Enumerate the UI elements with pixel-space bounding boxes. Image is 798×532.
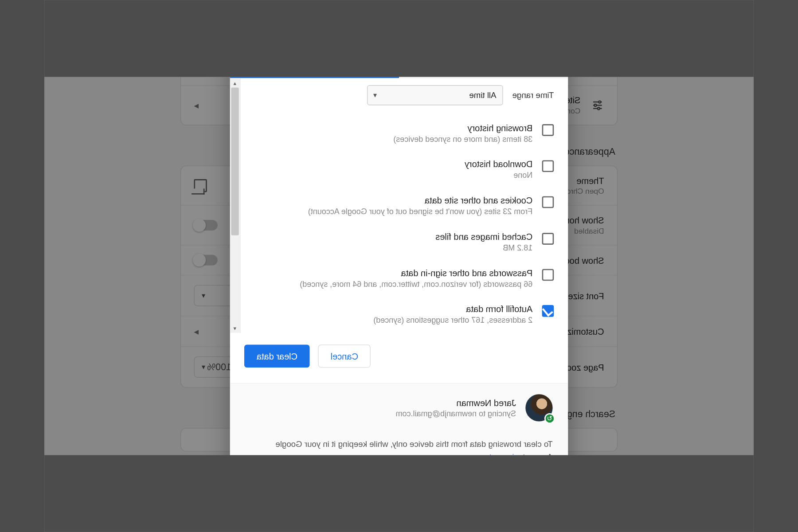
option-title: Download history (465, 159, 532, 169)
checkbox[interactable] (542, 233, 554, 245)
checkbox[interactable] (542, 305, 554, 317)
dialog-scrollbar[interactable]: ▴ ▾ (230, 78, 241, 333)
time-range-value: All time (469, 90, 496, 100)
checkbox[interactable] (542, 269, 554, 281)
time-range-select[interactable]: All time ▾ (367, 85, 503, 105)
option-sub: 66 passwords (for verizon.com, twitter.c… (300, 279, 532, 289)
option-title: Cached images and files (435, 231, 532, 242)
account-row: Jared Newman Syncing to newmanjb@gmail.c… (230, 383, 568, 432)
scroll-down-arrow-icon[interactable]: ▾ (230, 324, 240, 333)
checkbox[interactable] (542, 124, 554, 136)
avatar (525, 395, 552, 422)
time-range-label: Time range (512, 90, 554, 100)
option-title: Passwords and other sign-in data (300, 268, 532, 278)
letterbox (44, 455, 754, 532)
letterbox (44, 0, 754, 77)
sync-badge-icon (544, 413, 555, 424)
checkbox[interactable] (542, 160, 554, 172)
account-name: Jared Newman (396, 398, 516, 408)
option-sub: From 23 sites (you won't be signed out o… (308, 207, 533, 217)
scroll-up-arrow-icon[interactable]: ▴ (230, 78, 240, 87)
chevron-down-icon: ▾ (373, 91, 377, 99)
option-sub: 38 items (and more on synced devices) (393, 134, 532, 145)
time-range-row: Time range All time ▾ (255, 78, 554, 116)
option-title: Browsing history (393, 123, 532, 133)
option-download-history[interactable]: Download history None (255, 152, 554, 188)
dialog-actions: Cancel Clear data (230, 333, 568, 383)
checkbox[interactable] (542, 196, 554, 208)
cancel-button[interactable]: Cancel (318, 345, 371, 368)
clear-data-button[interactable]: Clear data (244, 345, 310, 368)
option-autofill[interactable]: Autofill form data 2 addresses, 167 othe… (255, 297, 554, 333)
option-title: Autofill form data (373, 304, 532, 314)
option-sub: None (465, 170, 532, 181)
option-browsing-history[interactable]: Browsing history 38 items (and more on s… (255, 116, 554, 152)
option-cached[interactable]: Cached images and files 18.2 MB (255, 224, 554, 261)
option-sub: 2 addresses, 167 other suggestions (sync… (373, 315, 532, 326)
option-cookies[interactable]: Cookies and other site data From 23 site… (255, 188, 554, 225)
clear-browsing-data-dialog: Clear browsing data Basic Advanced Time … (230, 20, 568, 478)
option-passwords[interactable]: Passwords and other sign-in data 66 pass… (255, 261, 554, 297)
account-status: Syncing to newmanjb@gmail.com (396, 409, 516, 418)
option-sub: 18.2 MB (435, 243, 532, 254)
option-title: Cookies and other site data (308, 196, 533, 206)
scroll-thumb[interactable] (231, 87, 239, 235)
